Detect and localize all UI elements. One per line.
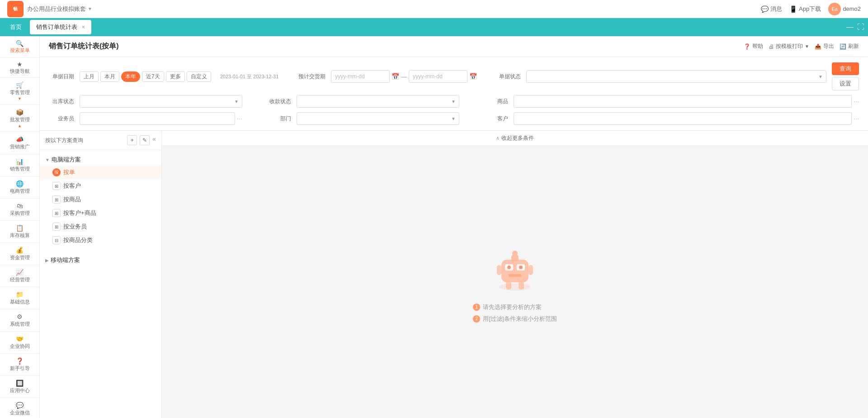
filter-panel: 单据日期 上月 本月 本年 近7天 更多 自定义 2023-01-01 至 20… [40,57,868,131]
page-actions: ❓ 帮助 🖨 按模板打印 ▼ 📤 导出 🔄 刷新 [744,43,859,56]
sidebar-item-operation[interactable]: 📈 经营管理 [0,265,39,287]
svg-point-4 [507,266,511,269]
scheme-icon-anyewuyuan: ⊞ [52,223,61,231]
edit-scheme-btn[interactable]: ✎ [140,135,150,145]
date-quick-btns: 上月 本月 本年 近7天 更多 自定义 [80,71,211,82]
status-select[interactable] [526,70,826,83]
minimize-btn[interactable]: — [846,23,854,31]
dept-label: 部门 [266,115,291,123]
expected-date-start[interactable] [331,70,390,83]
sidebar-item-purchase[interactable]: 🛍 采购管理 [0,199,39,220]
message-btn[interactable]: 💬 消息 [761,5,782,13]
sidebar-item-finance[interactable]: 💰 资金管理 [0,243,39,265]
svg-rect-12 [519,281,524,290]
reset-btn[interactable]: 设置 [832,77,859,90]
pc-group-label: 电脑端方案 [52,156,81,164]
sidebar-item-wechat[interactable]: 💬 企业微信 [0,398,39,418]
scheme-icon-anjiandan: 按 [52,168,61,176]
sidebar-item-enterprise[interactable]: 🤝 企业协同 [0,332,39,353]
maximize-btn[interactable]: ⛶ [857,23,864,31]
dept-select[interactable] [297,112,459,125]
date-btn-prev-month[interactable]: 上月 [80,71,99,82]
customer-input[interactable] [514,112,852,125]
sidebar-item-appcenter[interactable]: 🔲 应用中心 [0,376,39,398]
scheme-item-anshangpin[interactable]: ⊞ 按商品 [40,193,161,206]
scheme-item-anjiandan[interactable]: 按 按单 [40,166,161,179]
left-panel: 按以下方案查询 + ✎ « ▼ [40,131,162,418]
search-btn[interactable]: 查询 [832,62,859,75]
sidebar-item-guide[interactable]: ❓ 新手引导 [0,354,39,375]
pay-status-select[interactable] [297,95,459,108]
sidebar-item-ecommerce[interactable]: 🌐 电商管理 [0,176,39,198]
mobile-group-label: 移动端方案 [51,256,80,264]
sidebar-item-inventory[interactable]: 📋 库存核算 [0,221,39,242]
svg-point-5 [519,266,523,269]
goods-more-icon[interactable]: ··· [854,98,859,105]
add-scheme-btn[interactable]: + [127,135,137,145]
sidebar-item-basic[interactable]: 📁 基础信息 [0,287,39,309]
tab-home-label: 首页 [10,23,22,31]
expected-date-label: 预计交货期 [298,73,326,81]
sidebar-item-system[interactable]: ⚙ 系统管理 [0,309,39,331]
scheme-icon-anshangpin: ⊞ [52,195,61,204]
print-btn[interactable]: 🖨 按模板打印 ▼ [769,43,809,50]
export-btn[interactable]: 📤 导出 [815,43,834,50]
page-title: 销售订单统计表(按单) [49,42,119,57]
tab-close-btn[interactable]: × [82,24,85,30]
salesman-more-icon[interactable]: ··· [237,115,242,122]
refresh-btn[interactable]: 🔄 刷新 [840,43,859,50]
scheme-item-anshangpin-fenlei[interactable]: ⊟ 按商品分类 [40,233,161,247]
help-btn[interactable]: ❓ 帮助 [744,43,763,50]
sidebar-item-marketing[interactable]: 📣 营销推广 [0,132,39,154]
app-download-btn[interactable]: 📱 App下载 [789,5,821,13]
customer-more-icon[interactable]: ··· [854,115,859,122]
expected-date-end[interactable] [409,70,467,83]
sidebar-item-wholesale[interactable]: 📦 批发管理 ▲ [0,105,39,132]
sidebar-group-finance: 💰 资金管理 [0,243,39,265]
salesman-label: 业务员 [49,115,74,123]
mobile-scheme-group-title[interactable]: ▶ 移动端方案 [40,254,161,266]
pc-scheme-group: ▼ 电脑端方案 按 按单 ⊞ 按客户 ⊞ [40,150,161,251]
app-download-label: App下载 [799,5,821,13]
sidebar-search[interactable]: 🔍 搜索菜单 [0,36,39,58]
sidebar-item-nav[interactable]: ★ 快捷导航 [0,58,39,78]
empty-tips: 1 请先选择要分析的方案 2 用[过滤]条件来缩小分析范围 [473,303,557,323]
collapse-bar[interactable]: ∧ 收起更多条件 [162,131,868,146]
date-btn-cur-year[interactable]: 本年 [121,71,140,82]
scheme-item-ankehu-shangpin[interactable]: ⊞ 按客户+商品 [40,206,161,220]
salesman-input[interactable] [80,112,235,125]
body-layout: 按以下方案查询 + ✎ « ▼ [40,131,868,418]
date-btn-7days[interactable]: 近7天 [142,71,164,82]
collapse-bar-text: 收起更多条件 [501,135,534,141]
goods-input[interactable] [514,95,852,108]
date-calendar-icon-1[interactable]: 📅 [392,73,399,80]
scheme-label-anshangpin: 按商品 [63,195,81,204]
date-btn-more[interactable]: 更多 [166,71,185,82]
out-status-label: 出库状态 [49,98,74,105]
tab-home[interactable]: 首页 [4,20,28,34]
tab-active[interactable]: 销售订单统计表 × [30,20,91,34]
pc-scheme-group-title[interactable]: ▼ 电脑端方案 [40,154,161,166]
sidebar-item-retail[interactable]: 🛒 零售管理 ▼ [0,78,39,104]
tab-bar: 首页 销售订单统计表 × — ⛶ [0,18,868,36]
empty-illustration [488,242,542,296]
breadcrumb-arrow-icon[interactable]: ▼ [88,6,92,11]
sidebar-group-ecommerce: 🌐 电商管理 [0,176,39,199]
collapse-panel-btn[interactable]: « [152,135,156,145]
app-download-icon: 📱 [789,5,797,13]
content-area: 销售订单统计表(按单) ❓ 帮助 🖨 按模板打印 ▼ 📤 导出 🔄 刷新 [40,36,868,418]
date-btn-custom[interactable]: 自定义 [187,71,211,82]
sidebar-group-wholesale: 📦 批发管理 ▲ [0,105,39,132]
sidebar-group-guide: ❓ 新手引导 [0,354,39,376]
user-area[interactable]: Ea demo2 [828,3,861,15]
out-status-select[interactable] [80,95,242,108]
svg-rect-7 [511,255,519,261]
sidebar-item-sales[interactable]: 📊 销售管理 [0,154,39,176]
edit-icon: ✎ [142,137,147,143]
scheme-item-anyewuyuan[interactable]: ⊞ 按业务员 [40,220,161,233]
breadcrumb-text: 办公用品行业模拟账套 [27,5,86,13]
date-calendar-icon-2[interactable]: 📅 [469,73,477,80]
date-btn-cur-month[interactable]: 本月 [100,71,119,82]
sidebar-group-appcenter: 🔲 应用中心 [0,376,39,398]
scheme-item-ankehu[interactable]: ⊞ 按客户 [40,179,161,193]
